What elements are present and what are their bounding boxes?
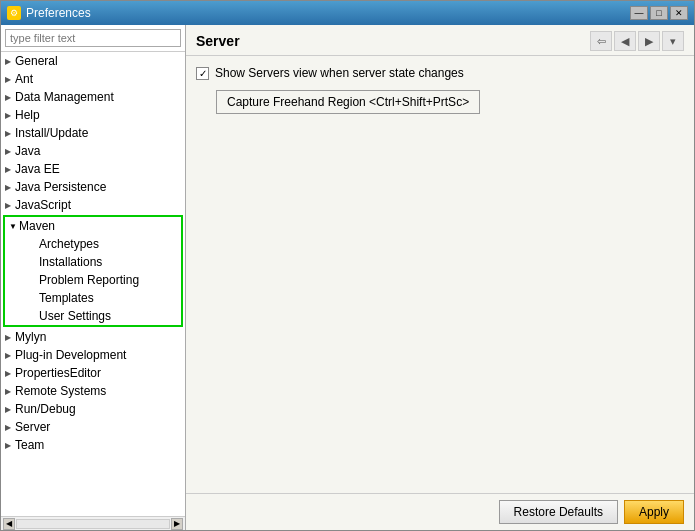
scroll-track[interactable] xyxy=(16,519,170,529)
tree-item-problem-reporting[interactable]: ▶ Problem Reporting xyxy=(5,271,181,289)
tree-item-server[interactable]: ▶ Server xyxy=(1,418,185,436)
scroll-left-button[interactable]: ◀ xyxy=(3,518,15,530)
right-content: ✓ Show Servers view when server state ch… xyxy=(186,56,694,493)
tree-item-properties-editor[interactable]: ▶ PropertiesEditor xyxy=(1,364,185,382)
arrow-remote-systems: ▶ xyxy=(5,387,15,396)
maximize-button[interactable]: □ xyxy=(650,6,668,20)
maven-group: ▼ Maven ▶ Archetypes ▶ Installations xyxy=(3,215,183,327)
tree-item-maven[interactable]: ▼ Maven xyxy=(5,217,181,235)
forward-button[interactable]: ◀ xyxy=(614,31,636,51)
forward-icon: ◀ xyxy=(621,35,629,48)
tree-label-java-persistence: Java Persistence xyxy=(15,180,181,194)
tree-item-ant[interactable]: ▶ Ant xyxy=(1,70,185,88)
tree-item-data-management[interactable]: ▶ Data Management xyxy=(1,88,185,106)
arrow-ant: ▶ xyxy=(5,75,15,84)
tree-label-remote-systems: Remote Systems xyxy=(15,384,181,398)
arrow-javascript: ▶ xyxy=(5,201,15,210)
arrow-help: ▶ xyxy=(5,111,15,120)
tree-item-javascript[interactable]: ▶ JavaScript xyxy=(1,196,185,214)
window-title: Preferences xyxy=(26,6,91,20)
arrow-data-management: ▶ xyxy=(5,93,15,102)
arrow-run-debug: ▶ xyxy=(5,405,15,414)
arrow-java: ▶ xyxy=(5,147,15,156)
tree-item-archetypes[interactable]: ▶ Archetypes xyxy=(5,235,181,253)
tree-label-templates: Templates xyxy=(39,291,177,305)
title-bar: ⚙ Preferences — □ ✕ xyxy=(1,1,694,25)
arrow-install-update: ▶ xyxy=(5,129,15,138)
tree-item-plugin-development[interactable]: ▶ Plug-in Development xyxy=(1,346,185,364)
tree-label-installations: Installations xyxy=(39,255,177,269)
dropdown-icon: ▾ xyxy=(670,35,676,48)
tree-item-install-update[interactable]: ▶ Install/Update xyxy=(1,124,185,142)
preferences-window: ⚙ Preferences — □ ✕ ▶ General xyxy=(0,0,695,531)
tree-label-properties-editor: PropertiesEditor xyxy=(15,366,181,380)
checkmark-icon: ✓ xyxy=(199,68,207,79)
capture-freehand-button[interactable]: Capture Freehand Region <Ctrl+Shift+PrtS… xyxy=(216,90,480,114)
tree-label-user-settings: User Settings xyxy=(39,309,177,323)
checkbox-row: ✓ Show Servers view when server state ch… xyxy=(196,66,684,80)
tree-item-templates[interactable]: ▶ Templates xyxy=(5,289,181,307)
tree-label-problem-reporting: Problem Reporting xyxy=(39,273,177,287)
show-servers-checkbox[interactable]: ✓ xyxy=(196,67,209,80)
filter-bar xyxy=(1,25,185,52)
forward2-icon: ▶ xyxy=(645,35,653,48)
tree-item-help[interactable]: ▶ Help xyxy=(1,106,185,124)
tree-item-installations[interactable]: ▶ Installations xyxy=(5,253,181,271)
right-panel-title: Server xyxy=(196,33,240,49)
maven-children: ▶ Archetypes ▶ Installations ▶ Problem R… xyxy=(5,235,181,325)
arrow-general: ▶ xyxy=(5,57,15,66)
arrow-maven: ▼ xyxy=(9,222,19,231)
dropdown-button[interactable]: ▾ xyxy=(662,31,684,51)
filter-input[interactable] xyxy=(5,29,181,47)
main-content: ▶ General ▶ Ant ▶ Data Management ▶ Help xyxy=(1,25,694,530)
forward2-button[interactable]: ▶ xyxy=(638,31,660,51)
arrow-team: ▶ xyxy=(5,441,15,450)
tree-label-help: Help xyxy=(15,108,181,122)
tree-item-mylyn[interactable]: ▶ Mylyn xyxy=(1,328,185,346)
tree-item-team[interactable]: ▶ Team xyxy=(1,436,185,454)
tree-label-mylyn: Mylyn xyxy=(15,330,181,344)
tree-label-java: Java xyxy=(15,144,181,158)
tree-label-maven: Maven xyxy=(19,219,177,233)
tree-item-java-ee[interactable]: ▶ Java EE xyxy=(1,160,185,178)
close-button[interactable]: ✕ xyxy=(670,6,688,20)
tree-label-javascript: JavaScript xyxy=(15,198,181,212)
back-button[interactable]: ⇦ xyxy=(590,31,612,51)
tree-label-java-ee: Java EE xyxy=(15,162,181,176)
tree-item-run-debug[interactable]: ▶ Run/Debug xyxy=(1,400,185,418)
tree-label-plugin-development: Plug-in Development xyxy=(15,348,181,362)
title-bar-buttons: — □ ✕ xyxy=(630,6,688,20)
tree-item-general[interactable]: ▶ General xyxy=(1,52,185,70)
restore-defaults-button[interactable]: Restore Defaults xyxy=(499,500,618,524)
window-icon: ⚙ xyxy=(7,6,21,20)
tree-label-ant: Ant xyxy=(15,72,181,86)
tree: ▶ General ▶ Ant ▶ Data Management ▶ Help xyxy=(1,52,185,516)
show-servers-label: Show Servers view when server state chan… xyxy=(215,66,464,80)
arrow-plugin-development: ▶ xyxy=(5,351,15,360)
tree-label-archetypes: Archetypes xyxy=(39,237,177,251)
arrow-properties-editor: ▶ xyxy=(5,369,15,378)
arrow-java-persistence: ▶ xyxy=(5,183,15,192)
tree-item-remote-systems[interactable]: ▶ Remote Systems xyxy=(1,382,185,400)
arrow-server: ▶ xyxy=(5,423,15,432)
tree-label-server: Server xyxy=(15,420,181,434)
horizontal-scrollbar[interactable]: ◀ ▶ xyxy=(1,516,185,530)
arrow-mylyn: ▶ xyxy=(5,333,15,342)
right-header: Server ⇦ ◀ ▶ ▾ xyxy=(186,25,694,56)
tree-label-install-update: Install/Update xyxy=(15,126,181,140)
tree-label-team: Team xyxy=(15,438,181,452)
tree-item-user-settings[interactable]: ▶ User Settings xyxy=(5,307,181,325)
arrow-java-ee: ▶ xyxy=(5,165,15,174)
tree-item-java[interactable]: ▶ Java xyxy=(1,142,185,160)
tree-item-java-persistence[interactable]: ▶ Java Persistence xyxy=(1,178,185,196)
tree-label-data-management: Data Management xyxy=(15,90,181,104)
apply-button[interactable]: Apply xyxy=(624,500,684,524)
right-footer: Restore Defaults Apply xyxy=(186,493,694,530)
left-panel: ▶ General ▶ Ant ▶ Data Management ▶ Help xyxy=(1,25,186,530)
scroll-right-button[interactable]: ▶ xyxy=(171,518,183,530)
right-panel: Server ⇦ ◀ ▶ ▾ xyxy=(186,25,694,530)
right-toolbar: ⇦ ◀ ▶ ▾ xyxy=(590,31,684,51)
tree-label-run-debug: Run/Debug xyxy=(15,402,181,416)
back-icon: ⇦ xyxy=(597,35,606,48)
minimize-button[interactable]: — xyxy=(630,6,648,20)
